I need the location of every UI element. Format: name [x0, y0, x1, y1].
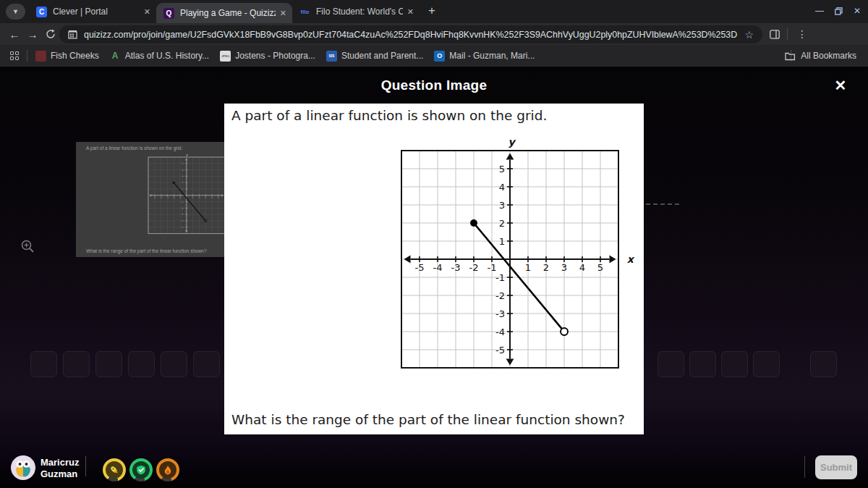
svg-text:-2: -2 [173, 196, 175, 199]
bookmark-item-2[interactable]: AAtlas of U.S. History... [110, 51, 209, 62]
player-name: Maricruz Guzman [41, 457, 79, 480]
shield-powerup[interactable] [129, 458, 153, 481]
svg-text:-3: -3 [166, 196, 169, 199]
browser-menu-button[interactable]: ⋮ [794, 26, 810, 42]
side-panel-button[interactable] [767, 26, 783, 42]
preview-question-prompt: What is the range of the part of the lin… [86, 248, 207, 253]
bookmarks-bar: Fish CheeksAAtlas of U.S. History...JPEG… [0, 45, 868, 67]
tab-close-icon[interactable]: ✕ [280, 9, 286, 18]
player-last-name: Guzman [41, 468, 79, 480]
bookmark-item-1[interactable]: Fish Cheeks [35, 51, 99, 62]
minimize-button[interactable]: — [810, 3, 829, 19]
bookmark-item-4[interactable]: SISStudent and Parent... [326, 51, 423, 62]
submit-button[interactable]: Submit [815, 455, 857, 479]
bookmark-star-icon[interactable]: ☆ [744, 29, 754, 41]
linear-function-graph: -5-4-3-2-112345-5-4-3-2-112345xy [387, 135, 637, 375]
apps-grid-icon[interactable] [10, 51, 19, 60]
background-dashed-line [646, 203, 679, 205]
bookmark-favicon [35, 51, 46, 62]
window-controls: — ✕ [810, 3, 867, 19]
svg-text:2: 2 [182, 181, 183, 184]
tab-strip: ▼ CClever | Portal✕QPlaying a Game - Qui… [0, 0, 868, 23]
reload-icon [46, 29, 56, 39]
tab-close-icon[interactable]: ✕ [407, 7, 414, 17]
speed-powerup[interactable] [103, 458, 126, 481]
svg-text:1: 1 [525, 262, 531, 273]
question-image-modal: A part of a linear function is shown on … [224, 104, 644, 434]
tab-close-icon[interactable]: ✕ [144, 7, 150, 17]
url-text: quizizz.com/pro/join/game/U2FsdGVkX18FbB… [84, 30, 739, 40]
svg-text:-5: -5 [415, 262, 425, 273]
restore-button[interactable] [829, 3, 848, 19]
browser-tab-2[interactable]: QPlaying a Game - Quizizz✕ [156, 3, 292, 23]
browser-tab-1[interactable]: CClever | Portal✕ [29, 0, 156, 23]
svg-text:y: y [186, 154, 189, 156]
submit-divider [804, 456, 805, 478]
bookmark-favicon: SIS [326, 51, 337, 62]
placeholder-tile [128, 351, 155, 377]
svg-text:5: 5 [499, 164, 505, 174]
owl-avatar-icon [10, 455, 36, 481]
bookmark-favicon: O [434, 51, 445, 62]
svg-text:2: 2 [543, 262, 549, 273]
all-bookmarks-label: All Bookmarks [801, 51, 856, 61]
preview-graph: -5-4-3-2-112345-5-4-3-2-112345xy [147, 154, 224, 235]
close-window-button[interactable]: ✕ [848, 3, 867, 19]
svg-text:4: 4 [499, 182, 505, 193]
back-button[interactable]: ← [7, 26, 22, 42]
svg-text:-3: -3 [495, 308, 505, 319]
svg-text:-3: -3 [181, 213, 183, 216]
svg-text:-5: -5 [181, 226, 183, 229]
address-bar[interactable]: quizizz.com/pro/join/game/U2FsdGVkX18FbB… [59, 25, 762, 43]
svg-text:1: 1 [499, 236, 505, 247]
tab-favicon: C [36, 7, 47, 17]
svg-text:2: 2 [198, 196, 200, 199]
all-bookmarks-button[interactable]: All Bookmarks [785, 51, 856, 61]
folder-icon [785, 51, 796, 61]
close-question-image-button[interactable]: ✕ [830, 75, 851, 96]
svg-text:4: 4 [182, 169, 183, 172]
svg-text:5: 5 [597, 262, 603, 273]
tab-favicon: filo [299, 7, 310, 17]
forward-button[interactable]: → [25, 26, 41, 42]
svg-text:-3: -3 [451, 262, 461, 273]
svg-text:4: 4 [579, 262, 585, 273]
svg-text:y: y [508, 136, 516, 148]
svg-text:2: 2 [499, 218, 505, 229]
bookmark-favicon: A [110, 51, 121, 62]
placeholder-tile [753, 351, 780, 377]
svg-text:-2: -2 [181, 207, 183, 210]
bookmark-label: Mail - Guzman, Mari... [449, 51, 535, 61]
bookmark-items: Fish CheeksAAtlas of U.S. History...JPEG… [35, 51, 545, 62]
side-panel-icon [770, 30, 780, 39]
preview-question-intro: A part of a linear function is shown on … [76, 142, 224, 151]
svg-text:3: 3 [182, 175, 183, 178]
svg-text:-4: -4 [181, 219, 183, 222]
bookmark-label: Atlas of U.S. History... [125, 51, 209, 61]
bookmark-item-5[interactable]: OMail - Guzman, Mari... [434, 51, 535, 62]
svg-text:-4: -4 [433, 262, 443, 273]
bookmark-favicon: JPEG [220, 51, 231, 62]
svg-text:5: 5 [182, 162, 183, 165]
placeholder-tile [721, 351, 748, 377]
reload-button[interactable] [43, 26, 59, 42]
zoom-image-icon[interactable] [20, 239, 35, 256]
svg-text:-4: -4 [160, 196, 162, 199]
browser-tab-3[interactable]: filoFilo Student: World's Only Live✕ [292, 0, 420, 23]
tab-title: Playing a Game - Quizizz [180, 8, 276, 18]
restore-icon [835, 7, 843, 15]
flame-powerup[interactable] [156, 458, 179, 481]
new-tab-button[interactable]: + [428, 4, 435, 18]
svg-text:-4: -4 [495, 327, 505, 337]
browser-toolbar: ← → quizizz.com/pro/join/game/U2FsdGVkX1… [0, 23, 868, 45]
bookmarks-divider [27, 50, 27, 62]
svg-text:1: 1 [182, 188, 183, 190]
site-info-icon[interactable] [68, 30, 77, 39]
quiz-page: Question Image ✕ A part of a linear func… [0, 67, 868, 488]
tab-search-button[interactable]: ▼ [6, 4, 25, 20]
bookmark-item-3[interactable]: JPEGJostens - Photogra... [220, 51, 315, 62]
shield-powerup-icon [132, 461, 150, 479]
placeholder-tile [161, 351, 187, 377]
player-first-name: Maricruz [41, 457, 79, 468]
placeholder-tile [658, 351, 684, 377]
